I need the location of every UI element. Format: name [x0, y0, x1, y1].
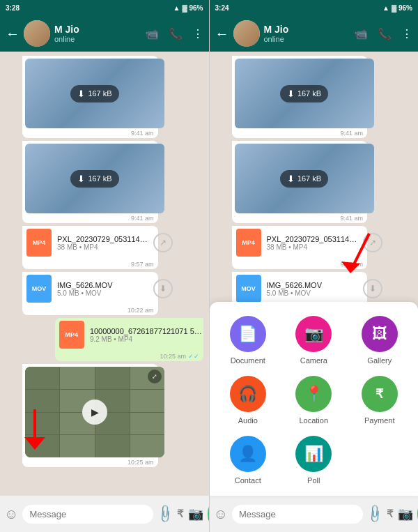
download-badge-r2[interactable]: ⬇ 167 kB — [280, 170, 328, 188]
msg-time-r2: 9:41 am — [341, 215, 364, 222]
contact-label: Contact — [235, 476, 261, 485]
header-right: ← M Jio online 📹 📞 ⋮ — [210, 15, 419, 52]
attach-item-camera[interactable]: 📷 Camera — [286, 316, 341, 365]
rupee-button-left[interactable]: ₹ — [177, 508, 184, 520]
status-bar-left: 3:28 ▲ ▓ 96% — [0, 0, 209, 15]
audio-icon-btn[interactable]: 🎧 — [230, 376, 266, 412]
contact-icon: 👤 — [238, 445, 257, 463]
audio-icon: 🎧 — [238, 385, 257, 403]
gallery-icon: 🖼 — [372, 325, 387, 343]
file-name-sent: 10000000_67261877121071 5_47821497171290… — [90, 327, 206, 335]
download-badge-2[interactable]: ⬇ 167 kB — [70, 170, 118, 188]
file-share-1[interactable]: ↗ — [153, 233, 173, 252]
location-icon-btn[interactable]: 📍 — [295, 376, 332, 412]
header-icons-left: 📹 📞 ⋮ — [145, 27, 203, 40]
battery-icon-right: ▓ 96% — [392, 4, 412, 12]
attach-item-payment[interactable]: ₹ Payment — [353, 376, 408, 425]
download-badge-r1[interactable]: ⬇ 167 kB — [280, 85, 328, 102]
camera-icon-btn[interactable]: 📷 — [295, 316, 332, 352]
payment-icon-btn[interactable]: ₹ — [362, 376, 398, 412]
video-call-icon-right[interactable]: 📹 — [354, 27, 368, 40]
attach-item-contact[interactable]: 👤 Contact — [221, 436, 276, 485]
avatar-left — [24, 20, 50, 47]
location-icon: 📍 — [304, 385, 323, 403]
media-size-r2: 167 kB — [297, 174, 321, 183]
file-details-2: IMG_5626.MOV 5.0 MB • MOV — [57, 281, 148, 297]
contact-status-left: online — [54, 35, 141, 43]
file-icon-mp4-sent: MP4 — [59, 321, 84, 349]
camera-icon: 📷 — [304, 325, 323, 343]
time-left: 3:28 — [6, 4, 20, 12]
contact-info-left[interactable]: M Jio online — [54, 24, 141, 43]
audio-label: Audio — [238, 416, 258, 425]
message-input-right[interactable] — [232, 505, 363, 524]
more-icon-right[interactable]: ⋮ — [401, 27, 412, 40]
attach-item-document[interactable]: 📄 Document — [221, 316, 276, 365]
emoji-button-left[interactable]: ☺ — [4, 506, 18, 522]
video-call-icon[interactable]: 📹 — [145, 27, 159, 40]
payment-label: Payment — [364, 416, 394, 425]
poll-icon-btn[interactable]: 📊 — [295, 436, 332, 472]
media-msg-r1: ⬇ 167 kB 9:41 am — [215, 56, 413, 138]
status-bar-right: 3:24 ▲ ▓ 96% — [210, 0, 419, 15]
contact-info-right[interactable]: M Jio online — [264, 24, 350, 43]
mic-button-left[interactable]: 🎤 — [208, 501, 208, 526]
file-download-1[interactable]: ⬇ — [153, 279, 173, 298]
screen-right: 3:24 ▲ ▓ 96% ← M Jio online 📹 📞 ⋮ — [210, 0, 419, 532]
poll-icon: 📊 — [304, 445, 323, 463]
gallery-icon-btn[interactable]: 🖼 — [362, 316, 398, 352]
msg-time-r1: 9:41 am — [341, 130, 364, 137]
file-name-r2: IMG_5626.MOV — [267, 281, 357, 289]
contact-icon-btn[interactable]: 👤 — [230, 436, 266, 472]
file-msg-sent: MP4 10000000_67261877121071 5_4782149717… — [6, 318, 203, 361]
call-icon-right[interactable]: 📞 — [378, 27, 392, 40]
location-label: Location — [299, 416, 328, 425]
attach-button-left[interactable]: 📎 — [155, 503, 176, 524]
contact-name-left: M Jio — [54, 24, 141, 35]
red-arrow-right — [338, 230, 373, 282]
media-msg-r2: ⬇ 167 kB 9:41 am — [215, 141, 413, 223]
emoji-button-right[interactable]: ☺ — [214, 506, 228, 522]
header-left: ← M Jio online 📹 📞 ⋮ — [0, 15, 209, 52]
file-icon-mp4-1: MP4 — [26, 229, 52, 257]
input-bar-right: ☺ 📎 ₹ 📷 🎤 — [210, 496, 419, 532]
call-icon[interactable]: 📞 — [169, 27, 183, 40]
screen-left: 3:28 ▲ ▓ 96% ← M Jio online 📹 📞 ⋮ — [0, 0, 209, 532]
signal-icon: ▲ — [173, 4, 180, 12]
back-button-right[interactable]: ← — [215, 26, 229, 42]
camera-button-right[interactable]: 📷 — [398, 506, 413, 522]
attach-item-gallery[interactable]: 🖼 Gallery — [353, 316, 408, 365]
red-arrow-down-left — [21, 409, 49, 451]
video-expand-icon[interactable]: ⤢ — [148, 370, 162, 383]
file-details-r2: IMG_5626.MOV 5.0 MB • MOV — [267, 281, 357, 297]
svg-marker-1 — [24, 437, 45, 450]
attach-item-location[interactable]: 📍 Location — [286, 376, 341, 425]
camera-label: Camera — [300, 356, 327, 365]
media-size-2: 167 kB — [88, 174, 111, 183]
file-icon-r-mp4: MP4 — [236, 229, 261, 257]
video-play-button[interactable]: ▶ — [82, 400, 107, 425]
back-button-left[interactable]: ← — [6, 26, 20, 42]
camera-button-left[interactable]: 📷 — [188, 506, 203, 522]
message-input-left[interactable] — [22, 505, 153, 524]
attach-button-right[interactable]: 📎 — [364, 503, 385, 524]
file-details-1: PXL_20230729_053114092.mp4 38 MB • MP4 — [57, 235, 148, 251]
document-icon-btn[interactable]: 📄 — [230, 316, 266, 352]
media-size-r1: 167 kB — [297, 89, 321, 98]
file-download-r1[interactable]: ⬇ — [363, 279, 382, 298]
msg-time-3: 9:57 am — [131, 261, 154, 268]
download-badge-1[interactable]: ⬇ 167 kB — [70, 85, 118, 102]
payment-icon: ₹ — [376, 386, 383, 402]
gallery-label: Gallery — [367, 356, 392, 365]
rupee-button-right[interactable]: ₹ — [387, 508, 394, 520]
file-msg-2: MOV IMG_5626.MOV 5.0 MB • MOV ⬇ 10:22 am — [6, 272, 203, 315]
file-icon-r-mov: MOV — [236, 275, 261, 303]
more-icon[interactable]: ⋮ — [192, 27, 203, 40]
header-icons-right: 📹 📞 ⋮ — [354, 27, 412, 40]
poll-label: Poll — [307, 476, 320, 485]
msg-time-5: 10:25 am ✓✓ — [160, 353, 199, 360]
attach-item-audio[interactable]: 🎧 Audio — [221, 376, 276, 425]
contact-status-right: online — [264, 35, 350, 43]
attach-item-poll[interactable]: 📊 Poll — [286, 436, 341, 485]
avatar-right — [233, 20, 260, 47]
